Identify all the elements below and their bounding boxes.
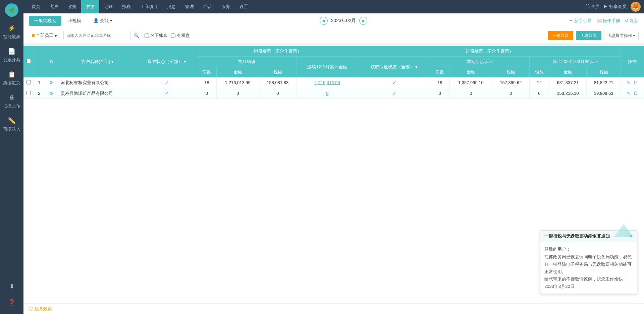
sidebar-logo: 🌿: [5, 3, 18, 17]
sidebar: 🌿 ⚡ 智能取票 📄 发票开具 📋 票据汇总 🖨 扫描上传 ✏️ 票据录入 ⬇ …: [0, 0, 23, 314]
row-inv-count: 0: [197, 88, 216, 99]
member-btn[interactable]: ▶ 畅享会员: [603, 4, 627, 10]
col-cert-count: 份数: [430, 67, 449, 77]
sidebar-item-invoice-entry[interactable]: ✏️ 票据录入: [0, 113, 23, 136]
sidebar-item-scan-upload[interactable]: 🖨 扫描上传: [0, 89, 23, 113]
row-checkbox[interactable]: [26, 91, 31, 95]
nav-settings[interactable]: 设置: [235, 0, 253, 13]
sub-account-checkbox[interactable]: [145, 34, 149, 38]
svg-text:🌿: 🌿: [9, 8, 15, 13]
has-ukey-checkbox[interactable]: [171, 34, 175, 38]
filter-bar: 全部员工 ▾ 🔍 名下账套 有税盘 一键取票 无盘取票 无盘取票操作 ▾: [23, 28, 644, 43]
refresh-link[interactable]: ↺ 刷新: [625, 18, 639, 24]
row-uncert-count: 6: [530, 88, 549, 99]
download-icon: ⬇: [7, 282, 16, 291]
edit-icon[interactable]: ✎: [627, 80, 630, 85]
top-nav: 首页 客户 收费 票据 记账 报税 工商项目 消息 管理 经营 服务 设置 ⛶ …: [23, 0, 644, 13]
nav-business[interactable]: 工商项目: [136, 0, 162, 13]
col-cumulative: 连续12个月累计金额: [297, 57, 358, 77]
detail-icon[interactable]: 🗒: [634, 80, 638, 85]
sidebar-item-label: 票据录入: [3, 126, 20, 132]
sidebar-item-label: 发票开具: [3, 57, 20, 63]
sub-account-checkbox-label[interactable]: 名下账套: [145, 33, 168, 39]
col-gear: ⚙: [45, 46, 58, 77]
row-cert-tax: 0: [492, 88, 530, 99]
fullscreen-icon: ⛶: [585, 4, 590, 9]
col-purchase-invoices-header: 进项发票（不含作废票）: [358, 46, 621, 57]
nav-invoice[interactable]: 票据: [81, 0, 99, 13]
invoice-entry-icon: ✏️: [7, 116, 16, 125]
col-inv-amount: 金额: [217, 67, 259, 77]
has-ukey-checkbox-label[interactable]: 有税盘: [171, 33, 190, 39]
search-input[interactable]: [63, 31, 130, 40]
col-uncertified: 截止2023年03月未认证: [530, 57, 621, 67]
fullscreen-btn[interactable]: ⛶ 全屏: [585, 4, 600, 10]
col-client-name: 客户名称(全部) ▾: [58, 46, 137, 77]
row-cert-amount: 0: [450, 88, 492, 99]
notification-popup: 一键报税与无盘取票功能恢复通知 ✕ 尊敬的用户：江苏政务网已恢复访问电子税务局功…: [540, 230, 637, 294]
tab-general[interactable]: 一般纳税人: [29, 16, 61, 26]
nav-home[interactable]: 首页: [27, 0, 45, 13]
sidebar-item-issue-invoice[interactable]: 📄 发票开具: [0, 43, 23, 66]
issue-invoice-icon: 📄: [7, 47, 16, 56]
row-gear[interactable]: ⚙: [45, 77, 58, 88]
tab-all[interactable]: 👤 全能 ▾: [88, 16, 118, 26]
search-icon: 🔍: [134, 33, 139, 38]
row-cert-status: ✓: [358, 88, 430, 99]
nav-client[interactable]: 客户: [45, 0, 63, 13]
scan-upload-icon: 🖨: [7, 93, 16, 102]
employee-selector[interactable]: 全部员工 ▾: [29, 31, 60, 40]
row-num: 1: [34, 77, 45, 88]
col-checkbox: [24, 46, 34, 77]
employee-dot: [32, 34, 35, 37]
nav-billing[interactable]: 收费: [63, 0, 81, 13]
tab-small[interactable]: 小规模: [63, 16, 87, 26]
nav-service[interactable]: 服务: [217, 0, 235, 13]
data-table: ⚙ 客户名称(全部) ▾ 取票状态（全部） ▾ 销项发票（不含作废票） 进项发票…: [23, 46, 644, 99]
one-click-fetch-button[interactable]: 一键取票: [548, 31, 573, 40]
nav-message[interactable]: 消息: [162, 0, 180, 13]
select-all-checkbox[interactable]: [26, 59, 31, 63]
row-num: 2: [34, 88, 45, 99]
row-checkbox[interactable]: [26, 80, 31, 84]
edit-icon[interactable]: ✎: [627, 91, 630, 96]
prev-period-btn[interactable]: ◀: [320, 17, 328, 25]
period-label: 2023年02月: [331, 18, 356, 24]
sidebar-item-download[interactable]: ⬇: [0, 278, 23, 295]
no-ukey-fetch-button[interactable]: 无盘取票: [576, 31, 601, 40]
no-ukey-ops-button[interactable]: 无盘取票操作 ▾: [604, 31, 639, 40]
row-fetch-status: ✓: [137, 77, 197, 88]
col-uncert-count: 份数: [530, 67, 549, 77]
row-cert-count: 0: [430, 88, 449, 99]
sidebar-item-invoice-summary[interactable]: 📋 票据汇总: [0, 66, 23, 89]
help-icon: ❓: [7, 298, 16, 307]
row-fetch-status: ✓: [137, 88, 197, 99]
nav-operation[interactable]: 经营: [199, 0, 217, 13]
tax-policy-link[interactable]: ⓘ 税务政策: [29, 306, 52, 312]
row-checkbox-cell: [24, 88, 34, 99]
row-uncert-tax: 19,808.63: [587, 88, 621, 99]
row-gear[interactable]: ⚙: [45, 88, 58, 99]
table-row: 2 ⚙ 灵寿县尚泽矿产品有限公司 ✓ 0 0 0 0 ✓ 0 0 0 6 153…: [24, 88, 644, 99]
next-period-btn[interactable]: ▶: [359, 17, 367, 25]
row-checkbox-cell: [24, 77, 34, 88]
row-actions: ✎ 🗒: [621, 77, 644, 88]
nav-accounting[interactable]: 记账: [99, 0, 117, 13]
tab-bar: 一般纳税人 小规模 👤 全能 ▾ ◀ 2023年02月 ▶ ✦ 新手引导 📖 操: [23, 13, 644, 28]
nav-tax[interactable]: 报税: [117, 0, 136, 13]
all-tab-icon: 👤: [93, 18, 99, 23]
row-client-name: 河北柯睿栎实业有限公司: [58, 77, 137, 88]
manual-link[interactable]: 📖 操作手册: [596, 18, 621, 24]
detail-icon[interactable]: 🗒: [634, 91, 638, 96]
nav-management[interactable]: 管理: [180, 0, 199, 13]
user-avatar[interactable]: 🦊: [631, 2, 641, 12]
row-inv-amount: 1,216,013.99: [217, 77, 259, 88]
sidebar-item-help[interactable]: ❓: [0, 295, 23, 311]
row-inv-tax: 158,081.83: [259, 77, 297, 88]
row-inv-amount: 0: [217, 88, 259, 99]
new-guide-link[interactable]: ✦ 新手引导: [569, 18, 592, 24]
col-cert-tax: 税额: [492, 67, 530, 77]
sidebar-item-smart-fetch[interactable]: ⚡ 智能取票: [0, 20, 23, 43]
row-uncert-count: 12: [530, 77, 549, 88]
search-button[interactable]: 🔍: [132, 31, 141, 40]
